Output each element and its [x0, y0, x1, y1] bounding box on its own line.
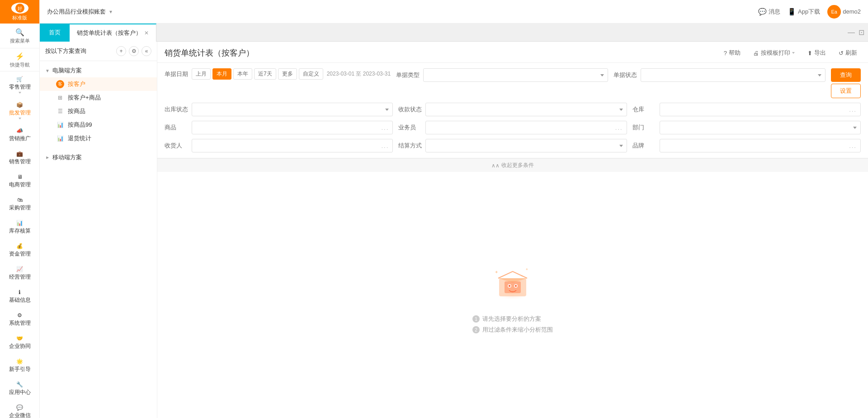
export-btn[interactable]: ⬆ 导出 [804, 47, 830, 59]
recipient-input[interactable]: ... [192, 139, 393, 152]
dropdown-icon[interactable]: ▾ [109, 9, 112, 15]
tab-sales-stats-label: 销货单统计表（按客户） [77, 29, 142, 37]
scheme-section-mobile: ▼ 移动端方案 [40, 148, 157, 167]
tab-home-label: 首页 [49, 28, 61, 37]
settings-btn[interactable]: 设置 [831, 84, 861, 98]
tab-close-icon[interactable]: ✕ [144, 30, 149, 36]
scheme-item-by-goods[interactable]: ☰ 按商品 [40, 104, 157, 118]
brand-input[interactable]: ... [660, 139, 861, 152]
quick-nav-btn[interactable]: ⚡ 快捷导航 [0, 48, 39, 71]
sidebar-item-finance[interactable]: 💰 资金管理 [0, 238, 39, 261]
sidebar-item-retail[interactable]: 🛒 零售管理 [0, 71, 39, 97]
collapse-bar[interactable]: ∧∧ 收起更多条件 [157, 158, 868, 172]
sidebar-item-inventory[interactable]: 📊 库存核算 [0, 215, 39, 238]
sidebar-item-appstore[interactable]: 🔧 应用中心 [0, 377, 39, 400]
date-btn-7days[interactable]: 近7天 [254, 68, 276, 80]
app-download-label: App下载 [798, 8, 820, 16]
sidebar-item-system-label: 系统管理 [9, 319, 31, 327]
purchase-icon: 🛍 [17, 197, 23, 203]
salesman-input[interactable]: ... [425, 121, 627, 134]
avatar: Ea [827, 5, 841, 19]
window-maximize-btn[interactable]: ⊡ [859, 28, 864, 37]
refresh-btn[interactable]: ↺ 刷新 [835, 47, 861, 59]
warehouse-dots: ... [849, 106, 857, 113]
date-btn-custom[interactable]: 自定义 [299, 68, 323, 80]
sidebar-item-marketing[interactable]: 📣 营销推广 [0, 123, 39, 146]
message-btn[interactable]: 💬 消息 [758, 8, 780, 16]
tip-num-1: 1 [472, 315, 480, 323]
scheme-item-by-customer[interactable]: 客 按客户 [40, 77, 157, 91]
query-btn[interactable]: 查询 [831, 68, 861, 82]
order-type-label: 单据类型 [396, 71, 420, 79]
app-download-btn[interactable]: 📱 App下载 [788, 8, 820, 16]
wholesale-icon: 📦 [16, 102, 23, 108]
scheme-group-pc[interactable]: ▼ 电脑端方案 [40, 64, 157, 77]
sidebar-item-basic[interactable]: ℹ 基础信息 [0, 285, 39, 308]
goods-input[interactable]: ... [192, 121, 393, 134]
download-icon: 📱 [788, 8, 796, 16]
tip-2-text: 用过滤条件来缩小分析范围 [482, 326, 553, 334]
export-label: 导出 [814, 49, 826, 57]
sidebar-logo: 好 标准版 [0, 0, 39, 24]
order-status-select[interactable] [641, 68, 826, 82]
recipient-dots: ... [381, 142, 389, 149]
scheme-item-return-stats[interactable]: 📊 退货统计 [40, 132, 157, 145]
sidebar-item-system[interactable]: ⚙ 系统管理 [0, 308, 39, 331]
sidebar-item-operation[interactable]: 📈 经营管理 [0, 261, 39, 285]
goods-dots: ... [381, 124, 389, 131]
goods-99-icon: 📊 [56, 121, 64, 129]
search-menu-label: 搜索菜单 [10, 38, 30, 44]
sidebar-item-ecommerce[interactable]: 🖥 电商管理 [0, 169, 39, 192]
sidebar-item-sales[interactable]: 💼 销售管理 [0, 146, 39, 169]
customer-goods-icon: ⊞ [56, 94, 64, 102]
left-panel: 按以下方案查询 + ⚙ « ▼ 电脑端方案 客 按客户 ⊞ [40, 42, 157, 418]
sidebar-item-purchase[interactable]: 🛍 采购管理 [0, 192, 39, 215]
order-type-select[interactable] [423, 68, 608, 82]
collapse-panel-btn[interactable]: « [142, 46, 151, 56]
system-icon: ⚙ [17, 312, 22, 318]
sidebar-item-newbie-label: 新手引导 [9, 366, 31, 373]
goods-filter-label: 商品 [165, 124, 188, 132]
tab-home[interactable]: 首页 [40, 24, 70, 42]
scheme-item-by-goods-99[interactable]: 📊 按商品99 [40, 118, 157, 132]
main-content: 办公用品行业模拟账套 ▾ 💬 消息 📱 App下载 Ea demo2 首页 [40, 0, 868, 418]
scheme-group-mobile[interactable]: ▼ 移动端方案 [40, 151, 157, 164]
user-name: demo2 [843, 8, 861, 15]
sidebar-item-wechat[interactable]: 💬 企业微信 [0, 400, 39, 418]
appstore-icon: 🔧 [16, 381, 23, 388]
svg-point-7 [509, 285, 510, 287]
date-btn-cur-month[interactable]: 本月 [212, 68, 231, 80]
tab-sales-stats[interactable]: 销货单统计表（按客户） ✕ [70, 24, 156, 42]
warehouse-item: 仓库 ... [632, 103, 861, 116]
logo-icon: 好 [11, 3, 28, 14]
help-label: 帮助 [729, 49, 741, 57]
sidebar-item-inventory-label: 库存核算 [9, 227, 31, 235]
scheme-item-by-customer-goods[interactable]: ⊞ 按客户+商品 [40, 91, 157, 104]
sidebar-item-newbie[interactable]: 🌟 新手引导 [0, 354, 39, 377]
sidebar-item-finance-label: 资金管理 [9, 250, 31, 258]
sidebar-item-enterprise[interactable]: 🤝 企业协同 [0, 331, 39, 354]
customer-goods-label: 按客户+商品 [68, 94, 101, 102]
date-btn-prev-month[interactable]: 上月 [192, 68, 211, 80]
app-title: 办公用品行业模拟账套 [47, 8, 106, 16]
user-avatar-btn[interactable]: Ea demo2 [827, 5, 861, 19]
settlement-select[interactable] [425, 139, 627, 152]
date-btn-cur-year[interactable]: 本年 [233, 68, 252, 80]
empty-illustration: ✦ ✦ ✦ [486, 253, 540, 308]
add-scheme-btn[interactable]: + [116, 46, 126, 56]
page-actions: ? 帮助 🖨 按模板打印 ⬆ 导出 ↺ 刷新 [720, 47, 861, 59]
date-btn-more[interactable]: 更多 [278, 68, 297, 80]
dept-select[interactable] [660, 121, 861, 134]
search-menu-btn[interactable]: 🔍 搜索菜单 [0, 24, 39, 48]
collapse-up-icon: ∧∧ [491, 162, 500, 169]
template-print-btn[interactable]: 🖨 按模板打印 [750, 47, 798, 59]
settings-scheme-btn[interactable]: ⚙ [129, 46, 139, 56]
receipt-status-select[interactable] [425, 103, 627, 116]
warehouse-input[interactable]: ... [660, 103, 861, 116]
template-print-label: 按模板打印 [761, 49, 790, 57]
filter-area: 单据日期 上月 本月 本年 近7天 更多 自定义 2023-03-01 至 20… [157, 63, 868, 158]
sidebar-item-wholesale[interactable]: 📦 批发管理 [0, 97, 39, 123]
window-minimize-btn[interactable]: — [848, 28, 855, 37]
help-btn[interactable]: ? 帮助 [720, 47, 744, 59]
out-status-select[interactable] [192, 103, 393, 116]
